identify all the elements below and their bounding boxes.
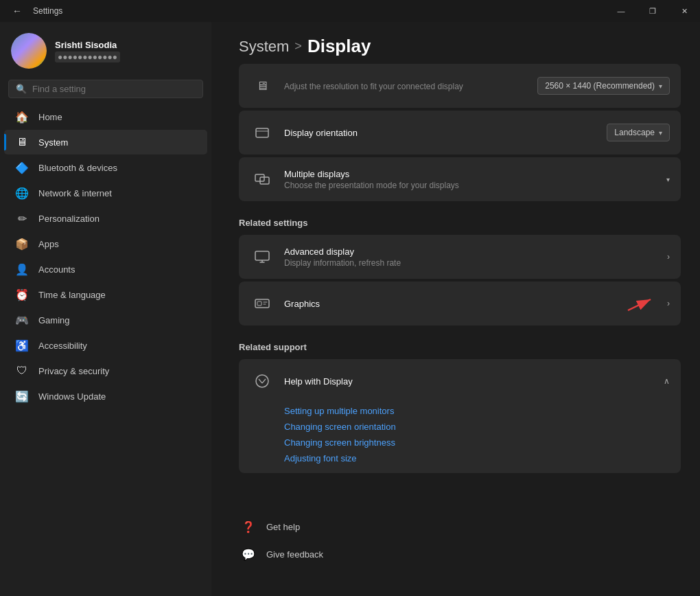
resolution-value: 2560 × 1440 (Recommended): [545, 81, 655, 91]
help-link-3[interactable]: Adjusting font size: [284, 453, 670, 463]
orientation-chevron-icon: ▾: [659, 129, 662, 137]
resolution-desc: Adjust the resolution to fit your connec…: [284, 82, 463, 91]
search-input[interactable]: [32, 84, 196, 94]
sidebar-item-privacy[interactable]: 🛡 Privacy & security: [4, 358, 207, 383]
sidebar-item-gaming[interactable]: 🎮 Gaming: [4, 308, 207, 332]
orientation-title: Display orientation: [284, 128, 358, 138]
multiple-displays-title: Multiple displays: [284, 169, 459, 179]
avatar-image: [11, 33, 47, 69]
nav-icon-bluetooth: 🔷: [15, 161, 29, 174]
help-chevron-icon: ∧: [664, 376, 670, 386]
svg-line-14: [259, 379, 262, 383]
nav-icon-gaming: 🎮: [15, 313, 29, 327]
nav-list: 🏠 Home 🖥 System 🔷 Bluetooth & devices 🌐 …: [0, 104, 211, 409]
nav-icon-system: 🖥: [15, 135, 29, 149]
svg-line-15: [262, 379, 266, 383]
search-container: 🔍: [0, 80, 211, 104]
advanced-display-right: ›: [667, 252, 670, 262]
search-icon: 🔍: [16, 84, 27, 94]
nav-label-bluetooth: Bluetooth & devices: [38, 163, 117, 173]
close-button[interactable]: ✕: [668, 0, 700, 22]
search-box: 🔍: [8, 80, 203, 98]
bottom-link-icon-0: ❓: [239, 517, 258, 536]
graphics-text: Graphics: [284, 299, 320, 309]
nav-label-update: Windows Update: [38, 391, 106, 402]
graphics-right: ›: [625, 291, 670, 316]
nav-icon-privacy: 🛡: [15, 364, 29, 378]
orientation-dropdown[interactable]: Landscape ▾: [607, 124, 670, 141]
help-links: Setting up multiple monitorsChanging scr…: [239, 403, 681, 473]
help-display-icon: [250, 369, 275, 393]
help-link-2[interactable]: Changing screen brightness: [284, 437, 670, 448]
sidebar-item-accounts[interactable]: 👤 Accounts: [4, 257, 207, 282]
orientation-text: Display orientation: [284, 128, 358, 138]
sidebar-item-network[interactable]: 🌐 Network & internet: [4, 181, 207, 205]
sidebar-item-apps[interactable]: 📦 Apps: [4, 231, 207, 256]
sidebar: Srishti Sisodia ●●●●●●●●●●●● 🔍 🏠 Home 🖥 …: [0, 22, 211, 596]
resolution-row[interactable]: 🖥 Adjust the resolution to fit your conn…: [239, 64, 681, 108]
maximize-button[interactable]: ❐: [637, 0, 668, 22]
nav-label-gaming: Gaming: [38, 315, 70, 325]
sidebar-item-update[interactable]: 🔄 Windows Update: [4, 384, 207, 409]
svg-rect-4: [255, 251, 269, 260]
minimize-button[interactable]: —: [605, 0, 637, 22]
sidebar-item-time[interactable]: ⏰ Time & language: [4, 282, 207, 307]
advanced-display-text: Advanced display Display information, re…: [284, 247, 401, 268]
sidebar-item-bluetooth[interactable]: 🔷 Bluetooth & devices: [4, 155, 207, 180]
advanced-display-chevron-icon: ›: [667, 252, 670, 262]
help-link-0[interactable]: Setting up multiple monitors: [284, 406, 670, 416]
help-header[interactable]: Help with Display ∧: [239, 359, 681, 403]
titlebar: ← Settings — ❐ ✕: [0, 0, 700, 22]
titlebar-left: ← Settings: [7, 5, 62, 16]
nav-icon-network: 🌐: [15, 186, 29, 200]
nav-icon-update: 🔄: [15, 389, 29, 403]
graphics-title: Graphics: [284, 299, 320, 309]
nav-label-network: Network & internet: [38, 188, 112, 198]
sidebar-item-system[interactable]: 🖥 System: [4, 130, 207, 154]
svg-line-12: [628, 299, 651, 310]
content-area: System > Display 🖥 Adjust the resolution…: [211, 22, 700, 596]
sidebar-item-personalization[interactable]: ✏ Personalization: [4, 206, 207, 231]
orientation-icon: [250, 120, 275, 145]
breadcrumb: System > Display: [211, 22, 700, 64]
nav-icon-apps: 📦: [15, 237, 29, 251]
multiple-displays-desc: Choose the presentation mode for your di…: [284, 181, 459, 190]
svg-point-13: [256, 375, 268, 387]
bottom-link-label-1: Give feedback: [266, 549, 323, 560]
bottom-link-0[interactable]: ❓ Get help: [239, 517, 681, 536]
user-profile[interactable]: Srishti Sisodia ●●●●●●●●●●●●: [0, 22, 211, 80]
red-arrow-annotation: [625, 291, 659, 316]
breadcrumb-parent: System: [239, 38, 289, 56]
breadcrumb-current: Display: [307, 36, 371, 57]
svg-rect-0: [256, 128, 268, 137]
resolution-dropdown[interactable]: 2560 × 1440 (Recommended) ▾: [537, 77, 670, 95]
related-settings-header: Related settings: [239, 204, 681, 235]
user-email: ●●●●●●●●●●●●: [55, 51, 120, 62]
nav-icon-time: ⏰: [15, 288, 29, 301]
back-button[interactable]: ←: [7, 5, 27, 16]
nav-label-home: Home: [38, 112, 62, 122]
nav-label-accounts: Accounts: [38, 264, 75, 275]
multiple-displays-icon: [250, 167, 275, 192]
multiple-displays-text: Multiple displays Choose the presentatio…: [284, 169, 459, 190]
sidebar-item-accessibility[interactable]: ♿ Accessibility: [4, 333, 207, 358]
nav-icon-personalization: ✏: [15, 211, 29, 225]
multiple-displays-row[interactable]: Multiple displays Choose the presentatio…: [239, 157, 681, 201]
svg-rect-8: [257, 301, 261, 306]
graphics-left: Graphics: [250, 291, 320, 316]
help-link-1[interactable]: Changing screen orientation: [284, 422, 670, 432]
advanced-display-row[interactable]: Advanced display Display information, re…: [239, 235, 681, 279]
nav-label-apps: Apps: [38, 239, 59, 249]
orientation-row[interactable]: Display orientation Landscape ▾: [239, 111, 681, 154]
graphics-row[interactable]: Graphics ›: [239, 282, 681, 325]
advanced-display-desc: Display information, refresh rate: [284, 258, 401, 268]
bottom-link-icon-1: 💬: [239, 545, 258, 564]
nav-label-accessibility: Accessibility: [38, 341, 87, 351]
bottom-link-1[interactable]: 💬 Give feedback: [239, 545, 681, 564]
nav-icon-home: 🏠: [15, 110, 29, 124]
help-with-display-section: Help with Display ∧ Setting up multiple …: [239, 359, 681, 473]
multiple-displays-right: ▾: [666, 176, 670, 183]
sidebar-item-home[interactable]: 🏠 Home: [4, 104, 207, 129]
help-header-left: Help with Display: [250, 369, 353, 393]
nav-icon-accounts: 👤: [15, 262, 29, 276]
